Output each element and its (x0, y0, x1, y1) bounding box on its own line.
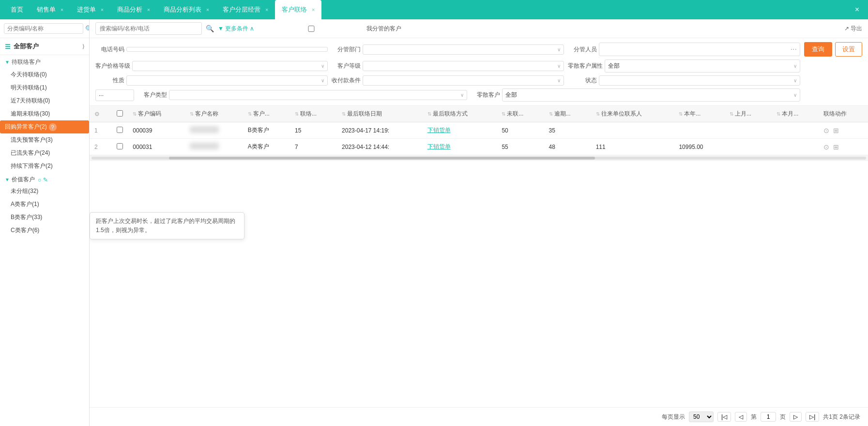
sidebar-item-tomorrow[interactable]: 明天待联络(1) (0, 81, 89, 94)
filter-person-select[interactable]: ··· (599, 43, 800, 56)
sidebar-item-churn-warning[interactable]: 流失预警客户(3) (0, 133, 89, 147)
sidebar-item-a-class[interactable]: A类客户(1) (0, 198, 89, 211)
filter-price-level-select[interactable]: ∨ (132, 61, 328, 71)
horizontal-scrollbar[interactable] (90, 155, 868, 161)
next-page-btn[interactable]: ▷ (790, 412, 802, 422)
th-settings[interactable]: ⚙ (90, 106, 112, 122)
sidebar-item-7days[interactable]: 近7天待联络(0) (0, 94, 89, 107)
filter-scatter-attr-select[interactable]: 全部∨ (605, 59, 800, 73)
caret-down-icon: ∧ (250, 25, 254, 32)
sidebar-search-input[interactable] (4, 23, 83, 34)
sidebar-group-pending[interactable]: ▼ 待联络客户 (0, 55, 89, 68)
method-link-2[interactable]: 下销货单 (427, 143, 451, 150)
nav-sales-close[interactable]: × (61, 7, 63, 13)
nav-product-analysis-list-close[interactable]: × (206, 7, 209, 13)
row-checkbox-2[interactable] (117, 143, 123, 149)
th-this-month[interactable]: 本月... (772, 106, 819, 122)
sidebar-item-declining[interactable]: 持续下滑客户(2) (0, 160, 89, 173)
method-link-1[interactable]: 下销货单 (427, 127, 451, 133)
first-page-btn[interactable]: |◁ (717, 412, 731, 422)
caret-down-icon-2: ∨ (321, 63, 324, 69)
value-group-circle-icon[interactable]: ○ (38, 176, 41, 183)
filter-payment-select[interactable]: ∨ (363, 75, 564, 86)
nav-customer-contact-close[interactable]: × (312, 7, 315, 13)
last-page-btn[interactable]: ▷| (806, 412, 819, 422)
sidebar-item-churned[interactable]: 已流失客户(24) (0, 147, 89, 160)
grid-icon-1[interactable]: ⊞ (833, 127, 839, 134)
filter-dots-btn[interactable]: ··· (95, 89, 134, 101)
nav-product-analysis-close[interactable]: × (147, 7, 150, 13)
sidebar-group-abnormal[interactable]: 回购异常客户(2) ? (0, 120, 89, 133)
nav-customer-segmentation[interactable]: 客户分层经营 × (216, 0, 275, 19)
sidebar-item-c-class[interactable]: C类客户(6) (0, 224, 89, 237)
nav-purchase-close[interactable]: × (101, 7, 104, 13)
th-code[interactable]: 客户编码 (128, 106, 185, 122)
nav-home[interactable]: 首页 (4, 0, 30, 19)
th-last-contact-method[interactable]: 最后联络方式 (423, 106, 497, 122)
settings-icon[interactable]: ⚙ (94, 111, 100, 118)
th-name[interactable]: 客户名称 (185, 106, 243, 122)
info-icon[interactable]: ? (49, 123, 57, 131)
td-type-1: B类客户 (243, 122, 290, 139)
top-navigation: 首页 销售单 × 进货单 × 商品分析 × 商品分析列表 × 客户分层经营 × … (0, 0, 868, 19)
td-check-2[interactable] (112, 139, 128, 155)
nav-purchase[interactable]: 进货单 × (70, 0, 110, 19)
th-contacts[interactable]: 往来单位联系人 (591, 106, 674, 122)
row-checkbox-1[interactable] (117, 127, 123, 133)
scrollbar-thumb[interactable] (169, 157, 595, 160)
search-input[interactable] (95, 22, 202, 35)
sidebar-item-ungrouped[interactable]: 未分组(32) (0, 185, 89, 198)
nav-customer-segmentation-close[interactable]: × (265, 7, 268, 13)
filter-scatter-customer-select[interactable]: 全部∨ (502, 88, 800, 102)
sidebar-item-overdue-contact[interactable]: 逾期未联络(30) (0, 107, 89, 120)
filter-phone-input[interactable] (126, 47, 328, 52)
td-overdue-2: 48 (544, 139, 591, 155)
value-group-edit-icon[interactable]: ✎ (43, 176, 48, 183)
sidebar-search-icon[interactable]: 🔍 (85, 25, 90, 32)
td-check-1[interactable] (112, 122, 128, 139)
sidebar-collapse-btn[interactable]: ⟩ (82, 44, 84, 50)
per-page-select[interactable]: 50 20 100 (689, 411, 714, 422)
th-contact-count[interactable]: 联络... (290, 106, 337, 122)
filter-status-select[interactable]: ∨ (599, 75, 800, 86)
filter-dept-select[interactable]: ∨ (363, 44, 564, 55)
caret-down-icon-4: ∨ (793, 63, 797, 69)
th-last-contact-date[interactable]: 最后联络日期 (337, 106, 422, 122)
td-method-2[interactable]: 下销货单 (423, 139, 497, 155)
th-this-year[interactable]: 本年... (674, 106, 725, 122)
filter-customer-type-select[interactable]: ∨ (169, 90, 467, 100)
more-conditions-btn[interactable]: ▼ 更多条件 ∧ (218, 25, 254, 33)
grid-icon-2[interactable]: ⊞ (833, 143, 839, 151)
nav-product-analysis-list[interactable]: 商品分析列表 × (157, 0, 216, 19)
filter-customer-level-select[interactable]: ∨ (363, 61, 564, 71)
filter-price-level: 客户价格等级 ∨ (95, 61, 328, 71)
sidebar-item-today[interactable]: 今天待联络(0) (0, 68, 89, 81)
caret-down-icon-9: ∨ (793, 92, 797, 98)
prev-page-btn[interactable]: ◁ (735, 412, 747, 422)
nav-product-analysis[interactable]: 商品分析 × (110, 0, 157, 19)
nav-customer-contact[interactable]: 客户联络 × (275, 0, 321, 19)
link-icon-2[interactable]: ⊙ (823, 143, 829, 151)
page-input[interactable] (761, 412, 776, 422)
filter-nature-select[interactable]: ∨ (126, 75, 328, 86)
select-all-checkbox[interactable] (117, 110, 123, 117)
settings-button[interactable]: 设置 (835, 42, 862, 57)
th-customer-type[interactable]: 客户... (243, 106, 290, 122)
td-method-1[interactable]: 下销货单 (423, 122, 497, 139)
my-customer-checkbox[interactable]: 我分管的客户 (258, 25, 401, 33)
sidebar-item-b-class[interactable]: B类客户(33) (0, 211, 89, 224)
filter-row-1: 电话号码 分管部门 ∨ 分管人员 ··· 查询 设置 (95, 42, 862, 57)
th-checkbox[interactable] (112, 106, 128, 122)
th-not-contacted[interactable]: 未联... (497, 106, 544, 122)
td-name-2 (185, 139, 243, 155)
nav-sales[interactable]: 销售单 × (30, 0, 70, 19)
search-button[interactable]: 🔍 (206, 25, 214, 32)
export-button[interactable]: ↗ 导出 (844, 25, 862, 33)
my-customer-check[interactable] (258, 26, 365, 32)
th-last-month[interactable]: 上月... (725, 106, 772, 122)
sidebar-all-customers[interactable]: ☰ 全部客户 ⟩ (0, 38, 89, 55)
link-icon-1[interactable]: ⊙ (823, 127, 829, 134)
th-overdue[interactable]: 逾期... (544, 106, 591, 122)
query-button[interactable]: 查询 (804, 42, 832, 57)
nav-window-close[interactable]: × (850, 5, 864, 14)
